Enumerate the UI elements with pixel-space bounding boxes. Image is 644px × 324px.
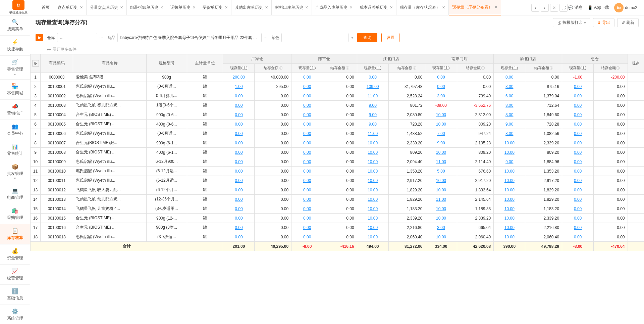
yubei-qty[interactable]: 8.00 (494, 101, 525, 110)
jiangbei-qty[interactable]: 10.00 (357, 185, 388, 195)
total-qty[interactable]: 0.00 (562, 204, 594, 214)
total-qty[interactable]: 0.00 (562, 176, 594, 185)
factory-qty[interactable]: 0.00 (223, 129, 255, 138)
tab-stock-status[interactable]: 现存量（库存状况表） ✕ (396, 0, 449, 15)
nanan-qty[interactable]: 10.00 (425, 148, 457, 157)
tab-branch-count[interactable]: 分量盘点单历史 ✕ (87, 0, 127, 15)
refresh-button[interactable]: ↺ 刷新 (617, 18, 639, 27)
tab-close-icon[interactable]: ✕ (442, 5, 445, 10)
sidebar-item-marketing[interactable]: 📣 营销推广 (0, 100, 30, 120)
chenshi-qty[interactable]: 0.00 (291, 223, 323, 232)
jiangbei-qty[interactable]: 11.00 (357, 129, 388, 138)
color-input[interactable] (281, 33, 348, 42)
tab-close-all-button[interactable]: ✕ (550, 4, 558, 12)
factory-qty[interactable]: 0.00 (223, 110, 255, 120)
nanan-qty[interactable]: 3.00 (425, 91, 457, 101)
yubei-qty[interactable]: 8.00 (494, 110, 525, 120)
factory-qty[interactable]: 0.00 (223, 138, 255, 148)
nanan-qty[interactable]: 10.00 (425, 185, 457, 195)
jiangbei-qty[interactable]: 9.00 (357, 101, 388, 110)
tab-assemble[interactable]: 组装拆卸单历史 ✕ (127, 0, 167, 15)
jiangbei-qty[interactable]: 10.00 (357, 195, 388, 204)
sidebar-item-purchase[interactable]: 🛍️ 采购管理 (0, 204, 30, 224)
factory-qty[interactable]: 0.00 (223, 214, 255, 223)
factory-qty[interactable]: 0.00 (223, 120, 255, 129)
sidebar-item-search[interactable]: 🔍 搜索英单 (0, 15, 30, 36)
factory-qty[interactable]: 0.00 (223, 176, 255, 185)
factory-qty[interactable]: 200.00 (223, 73, 255, 82)
sidebar-item-quick-nav[interactable]: ⚡ 快捷导航 (0, 36, 30, 56)
tab-requisition[interactable]: 要货单历史 ✕ (199, 0, 231, 15)
tab-close-icon[interactable]: ✕ (350, 5, 353, 10)
jiangbei-qty[interactable]: 0.00 (357, 73, 388, 82)
total-qty[interactable]: 0.00 (562, 214, 594, 223)
sidebar-item-ecommerce[interactable]: 💻 电商管理 (0, 184, 30, 204)
factory-qty[interactable]: 0.00 (223, 204, 255, 214)
yubei-qty[interactable]: 10.00 (494, 185, 525, 195)
chenshi-qty[interactable]: 0.00 (291, 91, 323, 101)
tab-close-icon[interactable]: ✕ (160, 5, 163, 10)
total-qty[interactable]: 0.00 (562, 82, 594, 91)
jiangbei-qty[interactable]: 109.00 (357, 82, 388, 91)
tab-close-icon[interactable]: ✕ (305, 5, 308, 10)
sidebar-item-system[interactable]: ⚙️ 系统管理 (0, 305, 30, 324)
total-qty[interactable]: 0.00 (562, 129, 594, 138)
tab-prev-button[interactable]: ‹ (531, 4, 539, 12)
message-button[interactable]: 💬 消息 (568, 5, 583, 10)
total-qty[interactable]: 0.00 (562, 185, 594, 195)
yubei-qty[interactable]: 10.00 (494, 148, 525, 157)
query-button[interactable]: 查询 (357, 33, 377, 42)
factory-qty[interactable]: 0.00 (223, 223, 255, 232)
tab-next-button[interactable]: › (541, 4, 549, 12)
yubei-qty[interactable]: 0.00 (494, 73, 525, 82)
sidebar-item-retail-stats[interactable]: 📊 零售统计 (0, 140, 30, 160)
sidebar-item-retail-shop[interactable]: 🏪 零售商城 (0, 80, 30, 100)
chenshi-qty[interactable]: 0.00 (291, 176, 323, 185)
jiangbei-qty[interactable]: 11.00 (357, 91, 388, 101)
yubei-qty[interactable]: 3.00 (494, 82, 525, 91)
jiangbei-qty[interactable]: 9.00 (357, 120, 388, 129)
chenshi-qty[interactable]: 0.00 (291, 185, 323, 195)
tab-other-out[interactable]: 其他出库单历史 ✕ (231, 0, 272, 15)
tab-cost-adj[interactable]: 成本调整单历史 ✕ (356, 0, 396, 15)
chenshi-qty[interactable]: 0.00 (291, 120, 323, 129)
chenshi-qty[interactable]: 0.00 (291, 82, 323, 91)
jiangbei-qty[interactable]: 10.00 (357, 204, 388, 214)
sidebar-item-basics[interactable]: ℹ️ 基础信息 (0, 285, 30, 305)
tab-expand-button[interactable]: ⛶ (559, 4, 568, 12)
nanan-qty[interactable]: 10.00 (425, 120, 457, 129)
total-qty[interactable]: 0.00 (562, 167, 594, 176)
factory-qty[interactable]: 0.00 (223, 232, 255, 242)
sidebar-item-operations[interactable]: 📈 经营管理 (0, 265, 30, 285)
jiangbei-qty[interactable]: 10.00 (357, 232, 388, 242)
nanan-qty[interactable]: 10.00 (425, 110, 457, 120)
yubei-qty[interactable]: 9.00 (494, 120, 525, 129)
jiangbei-qty[interactable]: 10.00 (357, 214, 388, 223)
expand-more-btn[interactable]: ▾▾ 展开更多条件 (47, 47, 76, 52)
chenshi-qty[interactable]: 0.00 (291, 214, 323, 223)
jiangbei-qty[interactable]: 10.00 (357, 167, 388, 176)
factory-qty[interactable]: 0.00 (223, 91, 255, 101)
total-qty[interactable]: -1.00 (562, 73, 594, 82)
factory-qty[interactable]: 1.00 (223, 82, 255, 91)
sidebar-item-retail-mgmt[interactable]: 🛒 零售管理 ▲ (0, 56, 30, 80)
nanan-qty[interactable]: 0.00 (425, 82, 457, 91)
nanan-qty[interactable]: 11.00 (425, 195, 457, 204)
tab-stock-dist[interactable]: 现存量（库存分布表） ✕ (449, 0, 501, 15)
chenshi-qty[interactable]: 0.00 (291, 138, 323, 148)
tab-finished-in[interactable]: 产成品入库单历史 ✕ (312, 0, 356, 15)
total-qty[interactable]: 0.00 (562, 91, 594, 101)
yubei-qty[interactable]: 10.00 (494, 204, 525, 214)
total-qty[interactable]: 0.00 (562, 120, 594, 129)
app-download-button[interactable]: 📱 App下载 (588, 5, 609, 10)
yubei-qty[interactable]: 10.00 (494, 167, 525, 176)
warehouse-dots[interactable]: ··· (99, 35, 103, 40)
yubei-qty[interactable]: 10.00 (494, 214, 525, 223)
factory-qty[interactable]: 0.00 (223, 185, 255, 195)
sidebar-item-finance[interactable]: 💰 资金管理 (0, 244, 30, 265)
factory-qty[interactable]: 0.00 (223, 101, 255, 110)
tab-material-out[interactable]: 材料出库单历史 ✕ (272, 0, 312, 15)
chenshi-qty[interactable]: 0.00 (291, 73, 323, 82)
yubei-qty[interactable]: 10.00 (494, 223, 525, 232)
nanan-qty[interactable]: 5.00 (425, 167, 457, 176)
